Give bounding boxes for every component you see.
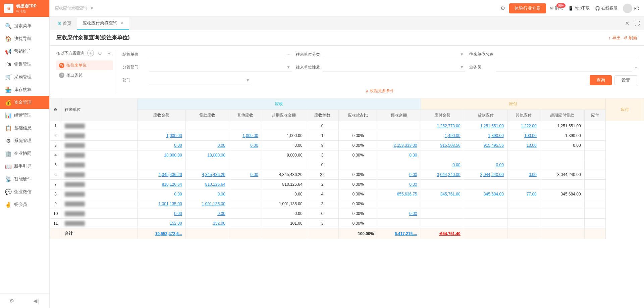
export-btn[interactable]: ↑ 导出	[609, 35, 621, 41]
setting-btn[interactable]: 设置	[614, 75, 637, 85]
row-ap-loan[interactable]: 915,495.56	[464, 141, 507, 150]
dept-manager-select[interactable]	[149, 62, 292, 72]
system-icon: ⚙	[5, 138, 11, 144]
row-ar-advance[interactable]: 0.00	[377, 150, 421, 160]
partner-category-select[interactable]	[323, 50, 465, 59]
filter-add-btn[interactable]: +	[87, 50, 94, 56]
sidebar-collapse-btn[interactable]: ◀‖	[33, 298, 40, 304]
sidebar-item-wechat[interactable]: 💬 企业微信	[0, 185, 49, 198]
row-ar-amount[interactable]: 0.00	[138, 141, 185, 150]
row-ar-advance[interactable]: 0.00	[377, 209, 421, 219]
row-ar-other[interactable]: 0.00	[229, 141, 262, 150]
settlement-input[interactable]	[149, 50, 285, 59]
message-btn[interactable]: ✉ 消息 99+	[550, 5, 563, 11]
tab-maximize-btn[interactable]: ⛶	[633, 19, 641, 28]
row-ar-amount[interactable]: 1,000.00	[138, 131, 185, 141]
sidebar-item-hardware[interactable]: 📡 智能硬件	[0, 173, 49, 185]
sidebar-item-operation[interactable]: 📊 经营管理	[0, 109, 49, 122]
row-ar-loan[interactable]: 0.00	[185, 209, 229, 219]
user-avatar[interactable]: Rit	[623, 4, 639, 13]
row-ap-amount[interactable]: 1,490.00	[421, 131, 464, 141]
col-ar-advance: 预收余额	[377, 110, 421, 121]
query-btn[interactable]: 查询	[590, 75, 612, 85]
row-ar-other[interactable]: 0.00	[229, 170, 262, 180]
row-ar-amount[interactable]: 1,001,135.00	[138, 199, 185, 209]
partner-name-input[interactable]	[496, 50, 637, 59]
row-ar-amount[interactable]: 810,126.64	[138, 180, 185, 189]
sidebar-item-basic-info[interactable]: 📋 基础信息	[0, 122, 49, 134]
trial-btn[interactable]: 体验行业方案	[509, 3, 546, 13]
row-ar-loan[interactable]: 4,345,436.20	[185, 170, 229, 180]
row-ar-amount[interactable]: 0.00	[138, 209, 185, 219]
row-ar-advance[interactable]: 2,153,333.00	[377, 141, 421, 150]
tab-ar-ap[interactable]: 应收应付余额查询 ✕	[77, 17, 129, 30]
sidebar-item-finance[interactable]: 💰 资金管理	[0, 96, 49, 109]
refresh-btn[interactable]: ↺ 刷新	[624, 35, 637, 41]
page-content: 应收应付余额查询(按往来单位) ↑ 导出 ↺ 刷新 按以下方案查询	[50, 30, 644, 308]
filter-scheme-by-customer[interactable]: W 按往来单位	[56, 60, 113, 70]
row-ar-advance[interactable]: 655,636.75	[377, 189, 421, 199]
row-ap-loan[interactable]: 345,684.00	[464, 189, 507, 199]
row-ap-amount[interactable]: 345,761.00	[421, 189, 464, 199]
dept-select[interactable]	[149, 76, 251, 85]
row-ar-loan[interactable]: 18,000.00	[185, 150, 229, 160]
sidebar-item-sales[interactable]: 🛍 销售管理	[0, 58, 49, 71]
sidebar-item-guide[interactable]: 📖 新手引导	[0, 160, 49, 173]
row-ar-amount[interactable]: 18,000.00	[138, 150, 185, 160]
row-ap-loan[interactable]: 1,390.00	[464, 131, 507, 141]
filter-collapse-btn[interactable]: ∧ 收起更多条件	[122, 88, 637, 94]
row-ap-other[interactable]: 1,222.00	[507, 121, 540, 131]
row-ap-amount	[421, 150, 464, 160]
row-ar-amount[interactable]: 4,345,436.20	[138, 170, 185, 180]
filter-collapse-icon[interactable]: «	[106, 50, 113, 56]
row-ap-other[interactable]: 77.00	[507, 189, 540, 199]
table-settings-header[interactable]: ⚙	[50, 98, 61, 121]
row-ap-loan[interactable]: 0.00	[464, 160, 507, 170]
sidebar-item-inventory[interactable]: 🏪 库存核算	[0, 83, 49, 96]
row-ar-loan[interactable]: 810,126.64	[185, 180, 229, 189]
sidebar-label-quick-nav: 快捷导航	[14, 36, 32, 42]
sidebar-item-member[interactable]: ✌ 畅会员	[0, 198, 49, 211]
partner-nature-label: 往来单位性质	[296, 64, 320, 70]
tab-close-icon[interactable]: ✕	[120, 21, 123, 26]
row-ap-other[interactable]: 13.00	[507, 141, 540, 150]
row-ar-other[interactable]: 1,000.00	[229, 131, 262, 141]
tab-close-window-btn[interactable]: ✕	[624, 19, 631, 28]
salesman-dots-icon[interactable]: ···	[633, 64, 637, 70]
partner-nature-select[interactable]	[323, 62, 465, 72]
row-ar-advance[interactable]: 0.00	[377, 180, 421, 189]
row-ap-amount[interactable]: 1,252,773.00	[421, 121, 464, 131]
row-ar-loan[interactable]: 152.00	[185, 219, 229, 228]
sidebar-item-search-menu[interactable]: 🔍 搜索菜单	[0, 19, 49, 32]
extra-col-header: 应付	[606, 98, 644, 121]
filter-settings-icon[interactable]: ⊙	[97, 50, 103, 56]
row-ar-loan[interactable]: 0.00	[185, 189, 229, 199]
salesman-input[interactable]	[496, 62, 632, 72]
row-ap-loan[interactable]: 3,044,240.00	[464, 170, 507, 180]
app-download-btn[interactable]: 📱 App下载	[568, 5, 590, 11]
sidebar-settings-btn[interactable]: ⚙	[9, 298, 14, 304]
sidebar-item-enterprise[interactable]: 🏢 企业协同	[0, 147, 49, 160]
row-ar-loan[interactable]: 1,001,135.00	[185, 199, 229, 209]
topbar-gear-icon[interactable]: ⚙	[500, 5, 505, 11]
online-service-btn[interactable]: 🎧 在线客服	[595, 5, 618, 11]
row-ap-loan[interactable]: 1,251,551.00	[464, 121, 507, 131]
sidebar-item-system[interactable]: ⚙ 系统管理	[0, 134, 49, 147]
row-ar-advance[interactable]: 0.00	[377, 170, 421, 180]
sidebar-item-marketing[interactable]: 📢 营销推广	[0, 45, 49, 58]
row-ar-amount[interactable]: 0.00	[138, 189, 185, 199]
row-ap-other[interactable]: 0.00	[507, 170, 540, 180]
settlement-dots-icon[interactable]: ···	[286, 52, 290, 57]
row-ap-amount[interactable]: 0.00	[421, 160, 464, 170]
salesman-input-wrapper: ···	[496, 62, 637, 72]
row-ar-loan[interactable]: 0.00	[185, 141, 229, 150]
row-ap-amount[interactable]: 3,044,240.00	[421, 170, 464, 180]
filter-scheme-by-salesman[interactable]: ⊙ 按业务员	[56, 70, 113, 80]
sidebar-item-purchase[interactable]: 🛒 采购管理	[0, 71, 49, 83]
row-ap-other[interactable]: 100.00	[507, 131, 540, 141]
row-ap-amount[interactable]: 915,508.56	[421, 141, 464, 150]
row-ar-amount[interactable]: 152.00	[138, 219, 185, 228]
tab-home[interactable]: ⊙ 首页	[52, 18, 77, 29]
sidebar-item-quick-nav[interactable]: 🏠 快捷导航	[0, 32, 49, 45]
data-table: ⚙ 往来单位 应收 应付 应付 应收金额 贷款应收 其他应收 超期应收金额 应收…	[50, 98, 644, 239]
